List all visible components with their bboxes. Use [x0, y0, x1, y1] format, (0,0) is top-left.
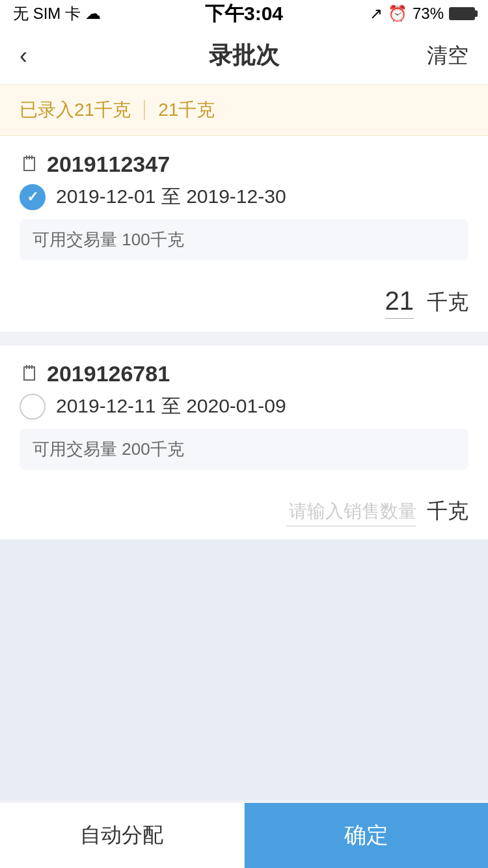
- summary-value: 21千克: [158, 98, 215, 122]
- batch-1-unit: 千克: [427, 288, 468, 317]
- batch-2-radio[interactable]: [20, 394, 46, 420]
- back-button[interactable]: ‹: [20, 42, 27, 70]
- batch-1-date-row[interactable]: 2019-12-01 至 2019-12-30: [20, 183, 468, 210]
- batch-1-number: 2019112347: [47, 152, 170, 177]
- batch-card-1: 🗒 2019112347 2019-12-01 至 2019-12-30 可用交…: [0, 136, 488, 332]
- status-time: 下午3:04: [205, 1, 283, 27]
- alarm-icon: ⏰: [388, 5, 407, 23]
- footer: 自动分配 确定: [0, 803, 488, 868]
- nav-bar: ‹ 录批次 清空: [0, 27, 488, 85]
- auto-distribute-button[interactable]: 自动分配: [0, 803, 245, 868]
- content-area: 🗒 2019112347 2019-12-01 至 2019-12-30 可用交…: [0, 136, 488, 800]
- battery-text: 73%: [413, 5, 444, 23]
- batch-2-availability: 可用交易量 200千克: [20, 429, 468, 470]
- status-left: 无 SIM 卡 ☁: [13, 3, 101, 24]
- clear-button[interactable]: 清空: [427, 42, 468, 70]
- confirm-button[interactable]: 确定: [245, 803, 489, 868]
- section-separator-1: [0, 332, 488, 346]
- batch-1-radio[interactable]: [20, 184, 46, 210]
- batch-1-quantity-row: 21 千克: [0, 273, 488, 332]
- summary-divider: [144, 100, 145, 120]
- location-icon: ↗: [370, 5, 383, 23]
- batch-2-header: 🗒 2019126781: [20, 361, 468, 387]
- bottom-empty-area: [0, 540, 488, 800]
- status-right: ↗ ⏰ 73%: [370, 5, 475, 23]
- batch-2-number: 2019126781: [47, 361, 170, 387]
- batch-1-quantity-value: 21: [385, 286, 414, 319]
- batch-2-unit: 千克: [427, 497, 468, 526]
- batch-card-2: 🗒 2019126781 2019-12-11 至 2020-01-09 可用交…: [0, 346, 488, 540]
- batch-2-quantity-input[interactable]: [286, 496, 416, 526]
- batch-1-availability: 可用交易量 100千克: [20, 219, 468, 260]
- summary-bar: 已录入21千克 21千克: [0, 85, 488, 136]
- batch-1-header: 🗒 2019112347: [20, 152, 468, 177]
- batch-1-icon: 🗒: [20, 152, 40, 176]
- batch-1-date: 2019-12-01 至 2019-12-30: [56, 183, 286, 210]
- no-sim-text: 无 SIM 卡 ☁: [13, 3, 101, 24]
- page-title: 录批次: [209, 40, 279, 72]
- batch-2-date-row[interactable]: 2019-12-11 至 2020-01-09: [20, 393, 468, 420]
- batch-2-icon: 🗒: [20, 362, 40, 386]
- recorded-label: 已录入21千克: [20, 98, 131, 122]
- batch-2-quantity-row[interactable]: 千克: [0, 483, 488, 540]
- batch-2-date: 2019-12-11 至 2020-01-09: [56, 393, 286, 420]
- battery-icon: [449, 7, 475, 20]
- status-bar: 无 SIM 卡 ☁ 下午3:04 ↗ ⏰ 73%: [0, 0, 488, 27]
- batch-2-input-wrapper[interactable]: [20, 496, 416, 526]
